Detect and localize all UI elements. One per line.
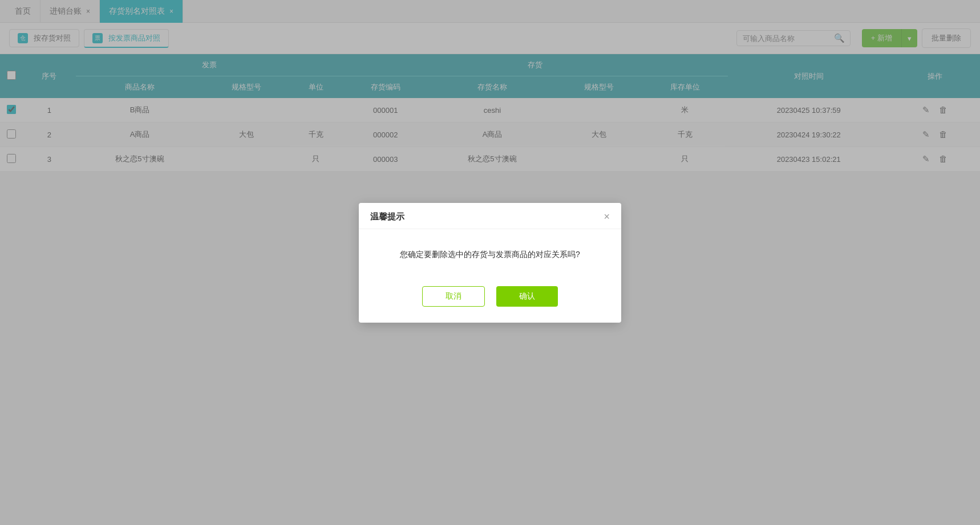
modal-overlay: 温馨提示 × 您确定要删除选中的存货与发票商品的对应关系吗? 取消 确认: [0, 0, 980, 172]
